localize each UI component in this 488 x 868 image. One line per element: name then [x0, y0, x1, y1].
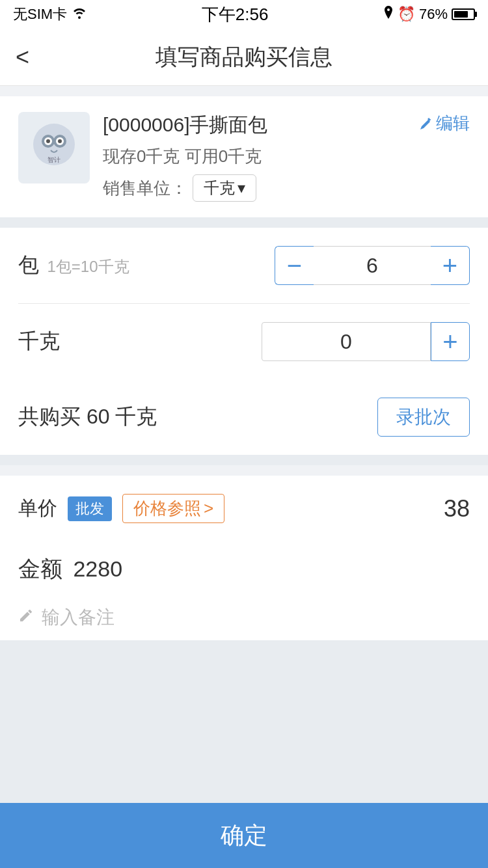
price-type-tag: 批发: [68, 496, 112, 521]
price-label: 单价: [18, 495, 57, 522]
price-value: 38: [444, 495, 470, 522]
kg-plus-button[interactable]: +: [431, 322, 470, 361]
unit-select[interactable]: 千克 ▾: [193, 174, 256, 202]
bao-sublabel: 1包=10千克: [47, 258, 129, 275]
edit-button[interactable]: 编辑: [420, 112, 470, 135]
status-right: ⏰ 76%: [383, 6, 475, 23]
kg-qty-control: +: [262, 322, 470, 361]
amount-section: 金额 2280 输入备注: [0, 541, 488, 640]
wifi-icon: [72, 6, 87, 23]
note-row[interactable]: 输入备注: [18, 595, 470, 630]
svg-point-6: [58, 139, 62, 143]
status-time: 下午2:56: [202, 3, 269, 26]
price-section: 单价 批发 价格参照 > 38: [0, 476, 488, 541]
alarm-icon: ⏰: [398, 6, 415, 23]
bao-qty-control: − +: [275, 246, 470, 285]
amount-label: 金额: [18, 556, 62, 581]
bao-minus-button[interactable]: −: [275, 246, 314, 285]
amount-row: 金额 2280: [18, 541, 470, 584]
quantity-section: 包 1包=10千克 − + 千克 +: [0, 228, 488, 379]
note-placeholder-text: 输入备注: [42, 605, 115, 630]
bao-input[interactable]: [314, 246, 431, 285]
page-title: 填写商品购买信息: [156, 42, 332, 72]
kg-row: 千克 +: [18, 304, 470, 379]
status-bar: 无SIM卡 下午2:56 ⏰ 76%: [0, 0, 488, 29]
bao-plus-button[interactable]: +: [431, 246, 470, 285]
total-text: 共购买 60 千克: [18, 403, 157, 431]
product-unit-row: 销售单位： 千克 ▾: [103, 174, 470, 202]
amount-value: 2280: [73, 556, 122, 581]
section-separator-2: [0, 455, 488, 465]
battery-percent: 76%: [419, 6, 448, 23]
product-stock: 现存0千克 可用0千克: [103, 145, 470, 168]
product-logo: 智计: [31, 122, 77, 174]
confirm-button[interactable]: 确定: [0, 803, 488, 868]
total-row: 共购买 60 千克 录批次: [0, 379, 488, 455]
product-card: 智计 [0000006]手撕面包 编辑 现存0千克 可用0千克 销售单位： 千克…: [0, 96, 488, 217]
price-reference-button[interactable]: 价格参照 >: [122, 494, 224, 523]
section-separator-1: [0, 217, 488, 228]
chevron-down-icon: ▾: [237, 179, 245, 197]
bao-label: 包 1包=10千克: [18, 251, 129, 280]
pencil-icon: [18, 607, 34, 628]
bao-row: 包 1包=10千克 − +: [18, 228, 470, 304]
product-image: 智计: [18, 112, 90, 183]
product-name: [0000006]手撕面包: [103, 112, 267, 139]
svg-point-5: [46, 139, 50, 143]
back-button[interactable]: <: [16, 44, 29, 71]
product-info: [0000006]手撕面包 编辑 现存0千克 可用0千克 销售单位： 千克 ▾: [103, 112, 470, 202]
svg-text:智计: 智计: [47, 156, 61, 163]
product-header: [0000006]手撕面包 编辑: [103, 112, 470, 145]
location-icon: [383, 6, 394, 23]
kg-label: 千克: [18, 327, 60, 356]
battery-icon: [452, 8, 475, 20]
kg-input[interactable]: [262, 322, 431, 361]
nav-bar: < 填写商品购买信息: [0, 29, 488, 86]
carrier-text: 无SIM卡: [13, 5, 67, 24]
chevron-right-icon: >: [204, 498, 213, 519]
batch-button[interactable]: 录批次: [377, 398, 470, 437]
status-left: 无SIM卡: [13, 5, 87, 24]
